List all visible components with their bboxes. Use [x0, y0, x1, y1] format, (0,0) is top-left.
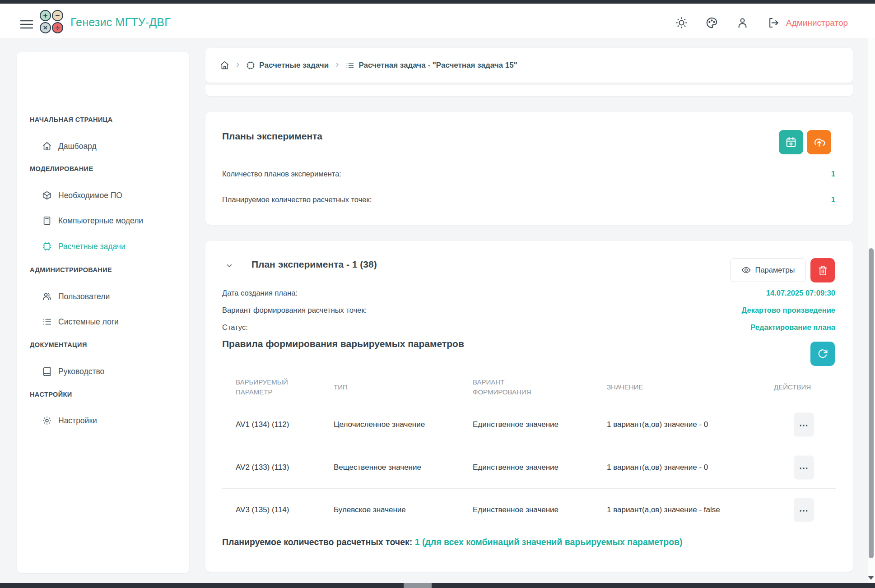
- table-row: AV2 (133) (113) Вещественное значение Ед…: [222, 446, 836, 489]
- logout-icon[interactable]: [767, 17, 779, 29]
- add-plan-button[interactable]: [779, 130, 803, 154]
- col-actions: ДЕЙСТВИЯ: [774, 382, 811, 392]
- app-title: Генезис МГТУ-ДВГ: [70, 16, 171, 29]
- upload-plan-button[interactable]: [807, 130, 831, 154]
- refresh-icon: [817, 348, 828, 359]
- col-value: ЗНАЧЕНИЕ: [607, 382, 643, 392]
- calculator-icon: [42, 216, 52, 226]
- horizontal-scrollbar-thumb[interactable]: [404, 583, 432, 588]
- col-formation-variant: ВАРИАНТ ФОРМИРОВАНИЯ: [473, 377, 549, 397]
- user-icon[interactable]: [736, 17, 749, 29]
- breadcrumb-separator: ›: [335, 59, 339, 70]
- table-row: AV3 (135) (114) Булевское значение Единс…: [222, 488, 836, 531]
- refresh-rules-button[interactable]: [810, 342, 835, 366]
- sidebar-section-settings: НАСТРОЙКИ: [30, 391, 72, 398]
- table-row: AV1 (134) (112) Целочисленное значение Е…: [222, 403, 836, 446]
- sidebar-item-manual[interactable]: Руководство: [42, 362, 104, 380]
- plan-variant-label: Вариант формирования расчетных точек:: [222, 306, 367, 315]
- window-top-strip: [0, 0, 875, 4]
- cpu-icon: [246, 61, 255, 70]
- breadcrumb: › Расчетные задачи › Расчетная задача - …: [205, 48, 853, 83]
- sidebar-item-settings[interactable]: Настройки: [42, 412, 97, 430]
- experiment-plan-card: План эксперимента - 1 (38) Параметры Дат…: [205, 241, 853, 572]
- ellipsis-icon: ⋯: [799, 419, 809, 430]
- sidebar-item-users[interactable]: Пользователи: [42, 287, 110, 306]
- list-icon: [42, 317, 52, 327]
- plan-status-label: Статус:: [222, 323, 248, 332]
- breadcrumb-current-task[interactable]: Расчетная задача - "Расчетная задача 15": [345, 61, 517, 70]
- sidebar-section-modeling: МОДЕЛИРОВАНИЕ: [30, 165, 93, 172]
- app-header: + − × ÷ Генезис МГТУ-ДВГ Администратор: [0, 4, 875, 38]
- parameters-button[interactable]: Параметры: [730, 258, 806, 282]
- plan-status-value: Редактирование плана: [750, 323, 835, 332]
- plans-count-value: 1: [831, 170, 835, 178]
- user-role-label[interactable]: Администратор: [786, 18, 848, 28]
- breadcrumb-calculation-tasks[interactable]: Расчетные задачи: [246, 61, 329, 70]
- eye-icon: [741, 265, 751, 275]
- trash-icon: [818, 265, 828, 276]
- sidebar: НАЧАЛЬНАЯ СТРАНИЦА Дашбоард МОДЕЛИРОВАНИ…: [17, 52, 189, 573]
- plan-created-label: Дата создания плана:: [222, 289, 298, 297]
- ellipsis-icon: ⋯: [799, 462, 809, 473]
- sidebar-item-dashboard[interactable]: Дашбоард: [42, 137, 97, 155]
- plans-count-label: Количество планов эксперимента:: [222, 170, 341, 178]
- palette-icon[interactable]: [706, 17, 718, 29]
- planned-points-value: 1: [831, 195, 835, 204]
- row-actions-button[interactable]: ⋯: [794, 456, 814, 480]
- cloud-upload-icon: [813, 136, 825, 148]
- sidebar-section-home: НАЧАЛЬНАЯ СТРАНИЦА: [30, 116, 113, 123]
- calendar-plus-icon: [785, 136, 797, 148]
- scrolled-card-edge: [205, 85, 853, 96]
- sidebar-section-documentation: ДОКУМЕНТАЦИЯ: [30, 341, 87, 348]
- breadcrumb-home[interactable]: [220, 60, 229, 70]
- users-icon: [42, 292, 52, 301]
- logo-divide-icon: ÷: [52, 22, 63, 33]
- rules-table-header: ВАРЬИРУЕМЫЙ ПАРАМЕТР ТИП ВАРИАНТ ФОРМИРО…: [222, 371, 836, 403]
- vertical-scrollbar-thumb[interactable]: [869, 248, 874, 558]
- chevron-down-icon[interactable]: [225, 262, 233, 270]
- horizontal-scrollbar[interactable]: [0, 583, 875, 588]
- logo-plus-icon: +: [40, 10, 51, 21]
- box-icon: [42, 190, 52, 200]
- delete-plan-button[interactable]: [810, 258, 835, 282]
- sidebar-item-computer-models[interactable]: Компьютерные модели: [42, 212, 143, 230]
- row-actions-button[interactable]: ⋯: [794, 498, 814, 522]
- sidebar-section-administration: АДМИНИСТРИРОВАНИЕ: [30, 266, 112, 273]
- plan-created-value: 14.07.2025 07:09:30: [766, 289, 835, 297]
- breadcrumb-separator: ›: [236, 59, 239, 70]
- logo-minus-icon: −: [52, 10, 63, 21]
- list-icon: [345, 61, 354, 70]
- col-varied-parameter: ВАРЬИРУЕМЫЙ ПАРАМЕТР: [236, 377, 299, 397]
- logo-times-icon: ×: [40, 22, 51, 33]
- plan-variant-value: Декартово произведение: [742, 306, 835, 315]
- theme-brightness-icon[interactable]: [675, 17, 688, 29]
- sidebar-item-system-logs[interactable]: Системные логи: [42, 313, 119, 331]
- row-actions-button[interactable]: ⋯: [794, 413, 814, 437]
- plan-title: План эксперимента - 1 (38): [251, 259, 377, 270]
- planned-points-summary: Планируемое количество расчетных точек: …: [222, 537, 683, 547]
- home-icon: [42, 141, 52, 151]
- menu-icon[interactable]: [20, 19, 33, 30]
- planned-points-label: Планируемое количество расчетных точек:: [222, 195, 372, 204]
- app-logo: + − × ÷: [40, 10, 65, 35]
- col-type: ТИП: [334, 382, 348, 392]
- gear-icon: [42, 416, 52, 426]
- cpu-icon: [42, 241, 52, 251]
- experiment-plans-card: Планы эксперимента Количество планов экс…: [205, 112, 853, 225]
- sidebar-item-calculation-tasks[interactable]: Расчетные задачи: [42, 237, 126, 255]
- sidebar-item-software[interactable]: Необходимое ПО: [42, 186, 122, 204]
- ellipsis-icon: ⋯: [799, 505, 809, 515]
- rules-title: Правила формирования варьируемых парамет…: [222, 338, 464, 349]
- scroll-down-icon[interactable]: [868, 576, 874, 580]
- home-icon: [220, 60, 229, 70]
- book-icon: [42, 366, 52, 376]
- plans-card-title: Планы эксперимента: [222, 131, 322, 142]
